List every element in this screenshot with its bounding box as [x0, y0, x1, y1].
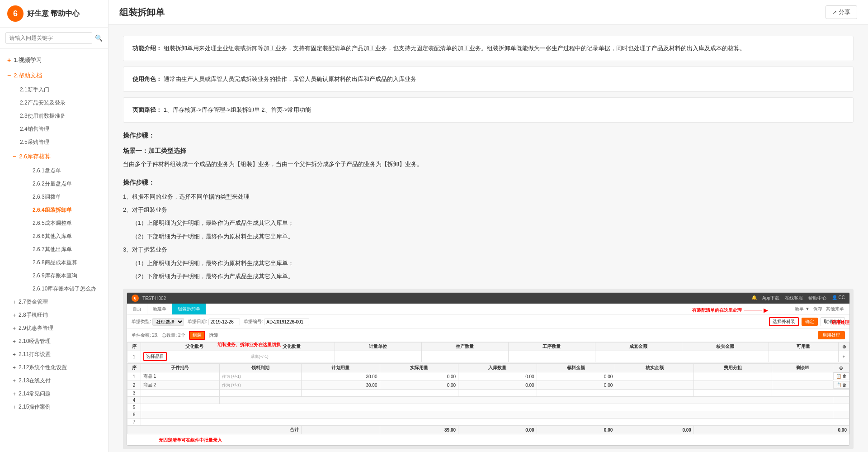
sub-th-seq: 序 — [127, 364, 141, 372]
field-type-input[interactable]: 处理选择 — [152, 318, 184, 326]
field-date-label: 单据日期: — [188, 319, 207, 325]
sidebar-item-transfer[interactable]: 2.6.3调拨单 — [25, 190, 108, 204]
sidebar-item-data-prep[interactable]: 2.3使用前数据准备 — [13, 109, 108, 123]
field-date-input[interactable] — [208, 319, 240, 325]
sidebar-item-cost-recalc[interactable]: 2.6.8商品成本重算 — [25, 256, 108, 269]
process-action: 启用处理 启用处理 — [818, 331, 845, 339]
sub-td-act3 — [833, 390, 849, 397]
path-label: 页面路径： — [132, 106, 162, 113]
th-avail-qty: 可用量 — [769, 343, 838, 351]
search-input[interactable] — [5, 32, 92, 44]
sidebar-item-install[interactable]: 2.2产品安装及登录 — [13, 96, 108, 109]
tab-home[interactable]: 自页 — [127, 304, 147, 314]
logo-icon: 6 — [7, 5, 24, 22]
sub-td-sku3 — [141, 390, 220, 397]
field-no-input[interactable] — [264, 319, 309, 325]
sidebar-item-other-in[interactable]: 2.6.6其他入库单 — [25, 230, 108, 243]
main-table-area: 序 父化批号 父化批量 计量单位 生产数量 工序数量 成套金额 核实金额 可用量… — [127, 342, 849, 445]
tab-action-btn1[interactable]: 新单 ▼ — [795, 306, 810, 312]
sidebar-item-sales[interactable]: 2.4销售管理 — [13, 123, 108, 136]
sidebar-item-cost-adjust[interactable]: 2.6.5成本调整单 — [25, 217, 108, 230]
screenshot-wrapper: 6 TEST-H002 🔔 App下载 在线客服 帮助中心 👤 CC 自页 新建… — [123, 289, 854, 449]
td-process — [508, 351, 595, 362]
sub-table-row: 7 — [127, 419, 849, 426]
page-title: 组装拆卸单 — [119, 6, 165, 19]
sub-td-sku1: 商品 1 — [141, 372, 220, 381]
sidebar-item-partial-stocktake[interactable]: 2.6.2分量盘点单 — [25, 177, 108, 190]
sub-table: 序 子件批号 领料到期 计划用量 实际用量 入库数量 领料金额 核实金额 费用分… — [127, 363, 849, 434]
share-icon: ↗ — [832, 9, 837, 15]
plus-icon-pay: + — [13, 378, 16, 384]
step2: 2、对于组装业务 — [123, 205, 854, 215]
assembly-type-btn[interactable]: 组装 — [189, 331, 205, 340]
app-logo-mini: 6 — [132, 295, 139, 302]
sidebar-item-faq[interactable]: +2.14常见问题 — [13, 387, 108, 400]
annotation-bom-text: 有装配清单的在这里处理 — [692, 307, 742, 314]
sub-td-ver3 — [615, 390, 694, 397]
sidebar-item-stocktake[interactable]: 2.6.1盘点单 — [25, 164, 108, 177]
field-type-label: 单据类型: — [132, 319, 151, 325]
sub-td-span6 — [141, 411, 833, 419]
sidebar-item-ledger-fix[interactable]: 2.6.10库存账本错了怎么办 — [25, 282, 108, 295]
confirm-btn[interactable]: 确定 — [802, 318, 818, 326]
sub-td-act4 — [833, 397, 849, 404]
sidebar-item-funds[interactable]: +2.7资金管理 — [13, 295, 108, 309]
intro-label: 功能介绍： — [132, 45, 162, 52]
sub-th-child-sku: 子件批号 — [141, 364, 220, 372]
sub-table-row: 2 商品 2 作为 (+/-1) 30.00 0.00 0.00 0.00 — [127, 381, 849, 390]
disassembly-type-btn[interactable]: 拆卸 — [209, 332, 218, 338]
sub-td-ver1 — [615, 372, 694, 381]
sidebar-item-beginner[interactable]: 2.1新手入门 — [13, 83, 108, 96]
sidebar-item-management[interactable]: +2.10经营管理 — [13, 335, 108, 348]
search-icon[interactable]: 🔍 — [95, 34, 103, 42]
sidebar-item-online-pay[interactable]: +2.13在线支付 — [13, 374, 108, 387]
sidebar-item-print[interactable]: +2.11打印设置 — [13, 348, 108, 361]
tab-assembly[interactable]: 组装拆卸单 — [172, 304, 206, 314]
sub-td-act5 — [833, 404, 849, 411]
process-btn-wrapper: 启用处理 启用处理 — [818, 331, 845, 339]
sidebar-item-other-out[interactable]: 2.6.7其他出库单 — [25, 243, 108, 256]
app-nav-icon3: 在线客服 — [785, 295, 803, 301]
sidebar-item-purchase[interactable]: 2.5采购管理 — [13, 136, 108, 149]
plus-icon-custom: + — [13, 365, 16, 371]
th-action: ⊕ — [839, 343, 849, 351]
sub-td-act7 — [833, 419, 849, 426]
step2-1: （1）上部明细为父件明细，最终作为产成品生成其它入库单； — [123, 218, 854, 228]
sidebar-item-ledger-query[interactable]: 2.6.9库存账本查询 — [25, 269, 108, 282]
enable-process-btn[interactable]: 启用处理 — [818, 331, 845, 339]
field-date: 单据日期: — [188, 319, 240, 325]
sidebar-item-help-docs[interactable]: − 2.帮助文档 — [0, 68, 108, 83]
sidebar-item-assembly[interactable]: 2.6.4组装拆卸单 — [25, 204, 108, 217]
app-nav-icon5: 👤 CC — [832, 295, 845, 301]
field-type: 单据类型: 处理选择 — [132, 318, 184, 326]
td-prod — [421, 351, 508, 362]
sidebar-item-custom[interactable]: +2.12系统个性化设置 — [13, 361, 108, 374]
sub-th-remain: 剩余M — [772, 364, 833, 372]
sub-td-rem3 — [772, 390, 833, 397]
tab-action-btn2[interactable]: 保存 — [813, 306, 822, 312]
step3-1: （1）上部明细为父件明细，最终作为原材料生成其它出库单； — [123, 258, 854, 268]
sidebar-item-cases[interactable]: +2.15操作案例 — [13, 400, 108, 414]
sub-td-matamt2: 0.00 — [537, 381, 615, 390]
sidebar-item-inventory[interactable]: − 2.6库存核算 — [13, 149, 108, 164]
app-titlebar: 6 TEST-H002 🔔 App下载 在线客服 帮助中心 👤 CC — [127, 293, 849, 304]
sidebar-item-coupon[interactable]: +2.9优惠券管理 — [13, 322, 108, 335]
tab-action-btn3[interactable]: 其他来单 — [826, 306, 844, 312]
sidebar-item-video[interactable]: + 1.视频学习 — [0, 52, 108, 68]
plus-icon: + — [7, 57, 11, 64]
plus-icon-cases: + — [13, 404, 16, 410]
sub-td-actual1: 0.00 — [380, 372, 458, 381]
share-button[interactable]: ↗ 分享 — [826, 5, 857, 19]
th-process-qty: 工序数量 — [508, 343, 595, 351]
td-action[interactable]: + — [839, 351, 849, 362]
sidebar-item-mobile[interactable]: +2.8手机旺铺 — [13, 309, 108, 322]
sku-input-highlighted[interactable]: 选择品目 — [143, 352, 167, 361]
tab-new[interactable]: 新建单 — [147, 304, 172, 314]
select-bom-btn[interactable]: 选择外科装 — [769, 317, 799, 326]
field-no-label: 单据编号: — [244, 319, 263, 325]
sub-td-ref1: 作为 (+/-1) — [219, 372, 301, 381]
sub-td-act1: 📋 🗑 — [833, 372, 849, 380]
scenario1-desc: 当由多个子件材料组装成一个成品的业务为【组装】业务，当由一个父件拆分成多个子产品… — [123, 159, 854, 169]
td-unit — [335, 351, 422, 362]
role-label: 使用角色： — [132, 76, 162, 82]
